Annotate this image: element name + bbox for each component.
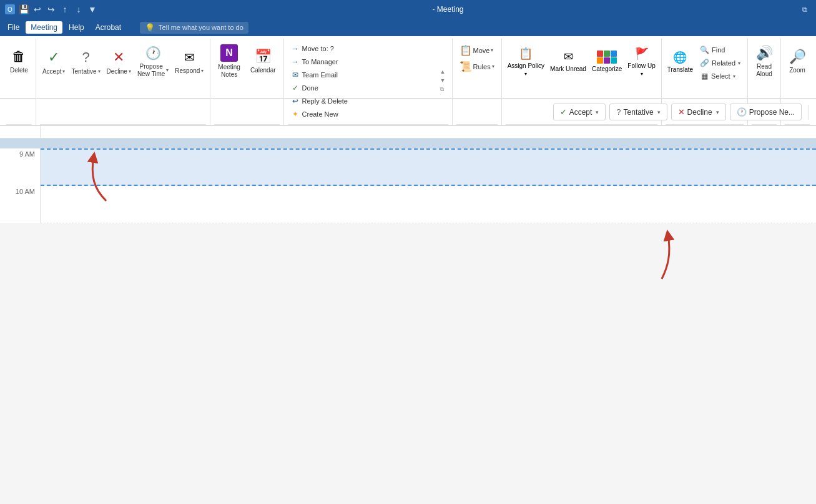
quick-step-move-to[interactable]: → Move to: ?: [288, 42, 438, 55]
mark-unread-button[interactable]: ✉: [557, 49, 579, 65]
ribbon-group-speech: 🔊 ReadAloud Speech: [748, 39, 781, 135]
ribbon: 🗑 Delete Delete ✓ Accept ▾: [0, 36, 816, 99]
cal-cell-9am[interactable]: [41, 148, 816, 167]
propose-new-time-button[interactable]: 🕐: [140, 44, 165, 62]
menu-acrobat[interactable]: Acrobat: [91, 21, 126, 34]
move-column: 📋 Move ▾ 📜 Rules ▾: [456, 41, 498, 74]
move-button[interactable]: 📋 Move ▾: [456, 42, 498, 58]
mark-unread-container: ✉ Mark Unread: [548, 41, 588, 81]
to-manager-icon: →: [291, 57, 300, 66]
calendar-area: 9 AM 10 AM: [0, 126, 816, 223]
team-email-icon: ✉: [291, 70, 300, 79]
response-accept-button[interactable]: ✓ Accept ▾: [553, 104, 606, 120]
rules-icon: 📜: [460, 61, 472, 72]
zoom-icon: 🔎: [789, 49, 806, 65]
related-button[interactable]: 🔗 Related ▾: [697, 57, 744, 69]
follow-up-arrow: ▾: [641, 71, 643, 77]
accept-arrow: ▾: [596, 109, 599, 115]
categorize-label[interactable]: Categorize: [590, 65, 624, 73]
search-box[interactable]: 💡 Tell me what you want to do: [140, 22, 248, 34]
accept-label-dropdown[interactable]: Accept ▾: [40, 67, 68, 75]
zoom-button[interactable]: 🔎 Zoom: [785, 41, 810, 81]
mark-unread-label[interactable]: Mark Unread: [548, 65, 588, 74]
rules-button[interactable]: 📜 Rules ▾: [456, 59, 498, 74]
menu-file[interactable]: File: [2, 21, 24, 34]
read-aloud-button[interactable]: 🔊 ReadAloud: [752, 41, 777, 81]
accept-icon: ✓: [48, 49, 59, 65]
cal-cell-10-30am[interactable]: [41, 205, 816, 223]
cal-row-10-30am: [0, 205, 816, 223]
translate-label[interactable]: Translate: [666, 65, 695, 74]
quick-step-reply-delete[interactable]: ↩ Reply & Delete: [288, 95, 438, 107]
decline-arrow: ▾: [716, 109, 719, 115]
calendar-button[interactable]: 📅 Calendar: [247, 41, 280, 81]
tentative-button[interactable]: ?: [74, 47, 99, 67]
response-propose-button[interactable]: 🕐 Propose Ne...: [730, 104, 802, 120]
restore-icon[interactable]: ⧉: [799, 3, 811, 16]
quick-step-team-email[interactable]: ✉ Team Email: [288, 69, 438, 81]
move-icon: 📋: [460, 44, 472, 56]
customize-icon[interactable]: ▼: [87, 4, 97, 14]
quick-steps-scroll-up[interactable]: ▲: [439, 67, 447, 76]
response-tentative-button[interactable]: ? Tentative ▾: [609, 104, 667, 120]
quick-step-to-manager[interactable]: → To Manager: [288, 56, 438, 68]
delete-button[interactable]: 🗑 Delete: [6, 41, 32, 81]
translate-button[interactable]: 🌐: [669, 49, 691, 65]
decline-label-dropdown[interactable]: Decline ▾: [104, 67, 134, 75]
propose-icon: 🕐: [145, 46, 161, 61]
quick-steps-expand[interactable]: ⧉: [439, 85, 447, 94]
respond-button[interactable]: ✉: [177, 48, 202, 67]
tentative-dropdown-arrow: ▾: [98, 69, 101, 74]
title-bar-left: O 💾 ↩ ↪ ↑ ↓ ▼: [5, 4, 97, 14]
follow-up-button[interactable]: 🚩: [631, 46, 653, 62]
meeting-notes-group-content: N MeetingNotes 📅 Calendar: [214, 39, 279, 123]
ribbon-group-delete: 🗑 Delete Delete: [2, 39, 36, 135]
save-icon[interactable]: 💾: [19, 4, 29, 14]
categorize-icon: [597, 51, 617, 64]
undo-icon[interactable]: ↩: [32, 4, 42, 14]
delete-group-content: 🗑 Delete: [6, 39, 32, 123]
cal-band-content: [41, 138, 816, 148]
up-icon[interactable]: ↑: [60, 4, 70, 14]
decline-button[interactable]: ✕: [106, 47, 131, 67]
related-dropdown-arrow: ▾: [738, 61, 740, 66]
propose-label-dropdown[interactable]: ProposeNew Time ▾: [135, 62, 171, 79]
menu-help[interactable]: Help: [64, 21, 89, 34]
find-button[interactable]: 🔍 Find: [697, 44, 744, 56]
meeting-notes-button[interactable]: N MeetingNotes: [214, 41, 244, 81]
assign-policy-label[interactable]: Assign Policy ▾: [506, 62, 546, 77]
categorize-button[interactable]: [596, 49, 618, 65]
select-dropdown-arrow: ▾: [733, 74, 735, 79]
ribbon-body: 🗑 Delete Delete ✓ Accept ▾: [0, 36, 816, 135]
redo-icon[interactable]: ↪: [46, 4, 56, 14]
annotation-arrow-2: [637, 223, 687, 285]
onenote-icon: N: [220, 44, 238, 62]
response-decline-button[interactable]: ✕ Decline ▾: [671, 104, 726, 120]
select-button[interactable]: ▦ Select ▾: [697, 70, 744, 82]
menu-meeting[interactable]: Meeting: [26, 21, 62, 34]
ribbon-group-meeting-notes: N MeetingNotes 📅 Calendar Meeting Notes: [210, 39, 283, 135]
down-icon[interactable]: ↓: [74, 4, 84, 14]
quick-steps-scroll-down[interactable]: ▼: [439, 76, 447, 85]
outlook-icon: O: [5, 4, 15, 14]
meeting-notes-label: MeetingNotes: [218, 64, 240, 79]
cal-cell-9-30am[interactable]: [41, 167, 816, 186]
quick-step-create-new[interactable]: ✦ Create New: [288, 108, 438, 120]
assign-policy-button[interactable]: 📋: [514, 46, 537, 62]
tentative-label-dropdown[interactable]: Tentative ▾: [69, 67, 102, 75]
accept-btn-container: ✓ Accept ▾: [40, 41, 68, 81]
ribbon-group-editing: 🌐 Translate 🔍 Find 🔗 Related ▾: [662, 39, 748, 135]
tentative-arrow: ▾: [657, 109, 661, 115]
cal-cell-10am[interactable]: [41, 186, 816, 205]
menu-bar: File Meeting Help Acrobat 💡 Tell me what…: [0, 19, 816, 36]
response-accept-icon: ✓: [560, 107, 567, 117]
quick-step-done[interactable]: ✓ Done: [288, 82, 438, 94]
accept-button[interactable]: ✓: [41, 47, 66, 67]
follow-up-label[interactable]: Follow Up ▾: [626, 62, 657, 77]
accept-dropdown-arrow: ▾: [62, 69, 65, 74]
quick-steps-group-content: → Move to: ? → To Manager ✉ Team Email ✓…: [288, 39, 448, 123]
respond-label-dropdown[interactable]: Respond ▾: [172, 67, 206, 75]
cal-time-spacer: [0, 138, 41, 148]
move-dropdown-arrow: ▾: [491, 47, 493, 53]
find-icon: 🔍: [700, 46, 709, 54]
